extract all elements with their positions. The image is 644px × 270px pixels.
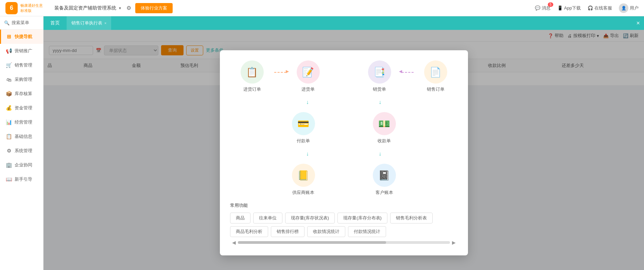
message-badge: 5 xyxy=(548,2,553,7)
try-btn[interactable]: 体验行业方案 xyxy=(135,3,173,13)
tab-bar: 首页 销售订单执行表 × × xyxy=(43,16,644,30)
system-dropdown-arrow[interactable]: ▾ xyxy=(119,6,121,11)
new-user-icon: 📖 xyxy=(6,176,12,182)
system-icon: ⚙ xyxy=(6,148,12,154)
tab-close-icon[interactable]: × xyxy=(104,21,106,25)
finance-icon: 💰 xyxy=(6,105,12,111)
sales-bill-circle: 📑 xyxy=(368,60,391,84)
func-btn-stock-status[interactable]: 现存量(库存状况表) xyxy=(285,213,335,223)
supplier-ledger-circle: 📒 xyxy=(292,164,315,187)
sidebar-item-basic-info[interactable]: 📋 基础信息 xyxy=(0,129,43,144)
payment-label: 付款单 xyxy=(297,138,310,144)
flow-row-3: 📒 供应商账本 📓 客户账本 xyxy=(230,164,458,196)
flow-node-payment[interactable]: 💳 付款单 xyxy=(281,112,326,144)
scroll-thumb[interactable] xyxy=(238,241,386,244)
scroll-right-arrow[interactable]: ▶ xyxy=(450,240,458,245)
down-arrow-purchase: ↓ xyxy=(306,98,309,107)
receipt-label: 收款单 xyxy=(378,138,391,144)
modal: 📋 进货订单 📝 xyxy=(220,50,468,255)
gear-icon[interactable]: ⚙ xyxy=(126,5,131,11)
sidebar-item-new-user[interactable]: 📖 新手引导 xyxy=(0,172,43,186)
down-arrow-sales: ↓ xyxy=(379,98,381,107)
basic-info-icon: 📋 xyxy=(6,133,12,140)
flow-node-sales-order[interactable]: 📄 销售订单 xyxy=(414,60,458,92)
func-btn-sales-rank[interactable]: 销售排行榜 xyxy=(271,226,304,237)
sidebar-item-purchase[interactable]: 🛍 采购管理 xyxy=(0,72,43,87)
sidebar-item-inventory[interactable]: 📦 库存核算 xyxy=(0,87,43,101)
scroll-track[interactable] xyxy=(238,241,450,244)
func-btn-stock-dist[interactable]: 现存量(库存分布表) xyxy=(337,213,387,223)
supplier-ledger-label: 供应商账本 xyxy=(292,190,314,196)
app-download-btn[interactable]: 📱 App下载 xyxy=(557,5,581,11)
logo-area: 6 畅康通好生意 标准版 xyxy=(5,2,49,14)
sidebar-item-quick-nav[interactable]: ⊞ 快捷导航 xyxy=(0,30,43,44)
sidebar-item-enterprise[interactable]: 🏢 企业协同 xyxy=(0,158,43,172)
common-funcs: 常用功能 商品 往来单位 现存量(库存状况表) 现存量(库存分布表) 销售毛利分… xyxy=(230,202,458,237)
logo-icon: 6 xyxy=(5,2,18,14)
customer-ledger-circle: 📓 xyxy=(373,164,396,187)
online-service-btn[interactable]: 🎧 在线客服 xyxy=(588,5,612,11)
enterprise-icon: 🏢 xyxy=(6,162,12,168)
func-buttons: 商品 往来单位 现存量(库存状况表) 现存量(库存分布表) 销售毛利分析表 商品… xyxy=(230,213,458,237)
operations-icon: 📊 xyxy=(6,119,12,125)
message-btn[interactable]: 💬 消息 5 xyxy=(535,5,551,11)
user-menu[interactable]: 👤 用户 xyxy=(619,3,639,13)
flow-arrow-sales-order-to-bill xyxy=(402,72,414,73)
flow-node-supplier-ledger[interactable]: 📒 供应商账本 xyxy=(281,164,326,196)
search-icon: 🔍 xyxy=(4,20,10,25)
flow-row-1: 📋 进货订单 📝 xyxy=(230,60,458,92)
purchase-bill-circle: 📝 xyxy=(297,60,320,84)
content-body: ❓ 帮助 🖨 按模板打印 ▾ 📤 导出 🔄 刷新 xyxy=(43,30,644,270)
close-all-tabs-btn[interactable]: × xyxy=(632,20,644,27)
inventory-icon: 📦 xyxy=(6,91,12,97)
avatar: 👤 xyxy=(619,3,628,13)
modal-overlay[interactable]: 📋 进货订单 📝 xyxy=(43,30,644,270)
flow-node-sales-bill[interactable]: 📑 销货单 xyxy=(358,60,402,92)
marketing-icon: 📢 xyxy=(6,48,12,54)
purchase-order-circle: 📋 xyxy=(241,60,264,84)
sidebar-item-system[interactable]: ⚙ 系统管理 xyxy=(0,144,43,158)
customer-ledger-label: 客户账本 xyxy=(376,190,393,196)
content-area: 首页 销售订单执行表 × × ❓ 帮助 🖨 xyxy=(43,16,644,270)
receipt-circle: 💵 xyxy=(373,112,396,135)
phone-icon: 📱 xyxy=(557,5,563,11)
top-bar: 6 畅康通好生意 标准版 装备及固定资产辅助管理系统 ▾ ⚙ 体验行业方案 💬 … xyxy=(0,0,644,16)
sidebar-item-marketing[interactable]: 📢 营销推广 xyxy=(0,44,43,58)
top-right: 💬 消息 5 📱 App下载 🎧 在线客服 👤 用户 xyxy=(535,3,639,13)
flow-diagram: 📋 进货订单 📝 xyxy=(230,60,458,196)
headset-icon: 🎧 xyxy=(588,5,593,11)
flow-node-receipt[interactable]: 💵 收款单 xyxy=(362,112,406,144)
sidebar-item-sales[interactable]: 🛒 销售管理 xyxy=(0,58,43,72)
sales-order-label: 销售订单 xyxy=(427,86,445,92)
system-title: 装备及固定资产辅助管理系统 ▾ ⚙ xyxy=(49,5,131,11)
sidebar-item-operations[interactable]: 📊 经营管理 xyxy=(0,115,43,129)
common-funcs-title: 常用功能 xyxy=(230,202,458,209)
sales-order-circle: 📄 xyxy=(424,60,447,84)
purchase-icon: 🛍 xyxy=(6,77,12,83)
tab-home[interactable]: 首页 xyxy=(43,16,67,30)
down-arrow-receipt: ↓ xyxy=(379,149,381,158)
sales-icon: 🛒 xyxy=(6,62,12,68)
sales-bill-label: 销货单 xyxy=(373,86,386,92)
logo-text: 畅康通好生意 标准版 xyxy=(20,3,43,13)
func-btn-sales-profit[interactable]: 销售毛利分析表 xyxy=(390,213,433,223)
flow-node-purchase-bill[interactable]: 📝 进货单 xyxy=(286,60,330,92)
sidebar-item-finance[interactable]: 💰 资金管理 xyxy=(0,101,43,115)
purchase-bill-label: 进货单 xyxy=(301,86,315,92)
flow-node-purchase-order[interactable]: 📋 进货订单 xyxy=(230,60,274,92)
scroll-left-arrow[interactable]: ◀ xyxy=(230,240,238,245)
flow-node-customer-ledger[interactable]: 📓 客户账本 xyxy=(362,164,406,196)
modal-scrollbar: ◀ ▶ xyxy=(230,237,458,245)
func-btn-product-profit[interactable]: 商品毛利分析 xyxy=(230,226,268,237)
func-btn-counterpart[interactable]: 往来单位 xyxy=(253,213,282,223)
payment-circle: 💳 xyxy=(292,112,315,135)
sidebar-search[interactable]: 🔍 搜索菜单 xyxy=(0,16,43,30)
func-btn-receipt-stats[interactable]: 收款情况统计 xyxy=(307,226,345,237)
func-btn-payment-stats[interactable]: 付款情况统计 xyxy=(348,226,386,237)
tab-sales-execution[interactable]: 销售订单执行表 × xyxy=(67,16,111,30)
purchase-order-label: 进货订单 xyxy=(243,86,261,92)
flow-arrow-purchase-order-to-bill xyxy=(274,72,286,73)
func-btn-product[interactable]: 商品 xyxy=(230,213,250,223)
flow-row-2: 💳 付款单 💵 收款单 xyxy=(230,112,458,144)
sidebar: 🔍 搜索菜单 ⊞ 快捷导航 📢 营销推广 🛒 销售管理 🛍 采购管理 📦 xyxy=(0,16,43,270)
